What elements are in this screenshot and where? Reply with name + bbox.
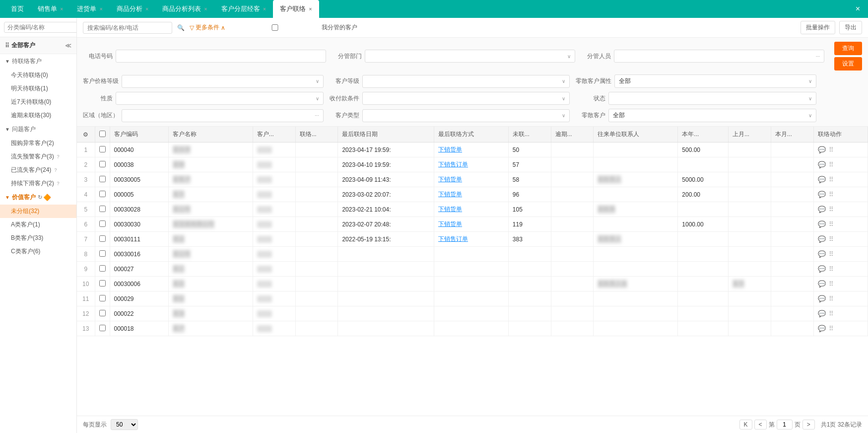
close-customer-segment-icon[interactable]: ×	[263, 6, 266, 12]
more-icon[interactable]: ⠿	[829, 250, 834, 258]
last-contact-way-link[interactable]: 下销货单	[438, 191, 462, 198]
contact-icon[interactable]: 💬	[818, 146, 826, 153]
search-icon-bar[interactable]: 🔍	[177, 24, 185, 31]
sidebar-item-type-c[interactable]: C类客户(6)	[0, 245, 76, 258]
last-contact-way-link[interactable]: 下销货单	[438, 220, 462, 227]
last-contact-way-link[interactable]: 下销货单	[438, 176, 462, 183]
sidebar-collapse-icon[interactable]: ≪	[65, 42, 71, 49]
window-close-button[interactable]: ×	[852, 4, 864, 13]
contact-icon[interactable]: 💬	[818, 280, 826, 288]
dept-select[interactable]: ∨	[365, 50, 575, 63]
close-product-analysis-icon[interactable]: ×	[145, 6, 148, 12]
row-checkbox[interactable]	[95, 321, 110, 336]
close-sales-order-icon[interactable]: ×	[60, 6, 63, 12]
sidebar-item-churn-warning[interactable]: 流失预警客户(3) ？	[0, 150, 76, 163]
row-checkbox[interactable]	[95, 202, 110, 217]
last-contact-way-link[interactable]: 下销货单	[438, 206, 462, 213]
contact-icon[interactable]: 💬	[818, 310, 826, 317]
row-select-checkbox[interactable]	[99, 220, 106, 227]
more-icon[interactable]: ⠿	[829, 265, 834, 273]
more-icon[interactable]: ⠿	[829, 295, 834, 302]
sidebar-item-declining[interactable]: 持续下滑客户(2) ？	[0, 177, 76, 190]
last-contact-way-link[interactable]: 下销售订单	[438, 235, 468, 242]
more-icon[interactable]: ⠿	[829, 176, 834, 183]
row-checkbox[interactable]	[95, 157, 110, 172]
row-select-checkbox[interactable]	[99, 146, 106, 152]
row-select-checkbox[interactable]	[99, 161, 106, 167]
nav-customer-segment[interactable]: 客户分层经客 ×	[214, 0, 273, 18]
reset-button[interactable]: 设置	[834, 57, 862, 71]
more-icon[interactable]: ⠿	[829, 220, 834, 228]
nav-home[interactable]: 首页	[4, 0, 31, 18]
sidebar-item-ungrouped[interactable]: 未分组(32)	[0, 205, 76, 218]
my-customers-checkbox-label[interactable]: 我分管的客户	[230, 23, 357, 32]
customer-type-select[interactable]: ∨	[362, 109, 570, 122]
contact-icon[interactable]: 💬	[818, 265, 826, 273]
row-select-checkbox[interactable]	[99, 295, 106, 301]
refresh-icon[interactable]: ↻	[38, 194, 42, 201]
row-select-checkbox[interactable]	[99, 265, 106, 272]
sidebar-group-problem-customers[interactable]: ▼ 问题客户	[0, 122, 76, 137]
more-icon[interactable]: ⠿	[829, 146, 834, 153]
contact-icon[interactable]: 💬	[818, 295, 826, 302]
row-checkbox[interactable]	[95, 291, 110, 306]
row-checkbox[interactable]	[95, 143, 110, 157]
sidebar-item-tomorrow-pending[interactable]: 明天待联络(1)	[0, 82, 76, 95]
search-input[interactable]	[83, 22, 172, 34]
nav-sales-order[interactable]: 销售单 ×	[31, 0, 70, 18]
nav-purchase-order[interactable]: 进货单 ×	[70, 0, 109, 18]
sidebar-group-value-customers[interactable]: ▼ 价值客户 ↻ 🔶	[0, 190, 76, 205]
row-select-checkbox[interactable]	[99, 176, 106, 182]
more-conditions-button[interactable]: ▽ 更多条件 ∧	[190, 23, 225, 32]
contact-icon[interactable]: 💬	[818, 161, 826, 168]
row-select-checkbox[interactable]	[99, 235, 106, 242]
phone-input[interactable]	[116, 50, 326, 63]
row-select-checkbox[interactable]	[99, 325, 106, 331]
sidebar-item-week-pending[interactable]: 近7天待联络(0)	[0, 95, 76, 109]
nature-select[interactable]: ∨	[116, 92, 324, 105]
close-customer-contact-icon[interactable]: ×	[309, 6, 312, 12]
prev-page-button[interactable]: <	[754, 420, 767, 430]
more-icon[interactable]: ⠿	[829, 191, 834, 198]
person-select[interactable]: ···	[614, 50, 824, 63]
payment-select[interactable]: ∨	[362, 92, 570, 105]
contact-icon[interactable]: 💬	[818, 176, 826, 183]
close-product-analysis-list-icon[interactable]: ×	[204, 6, 207, 12]
row-checkbox[interactable]	[95, 217, 110, 232]
query-button[interactable]: 查询	[834, 42, 862, 55]
contact-icon[interactable]: 💬	[818, 325, 826, 332]
nav-product-analysis[interactable]: 商品分析 ×	[110, 0, 155, 18]
col-checkbox[interactable]	[95, 127, 110, 143]
first-page-button[interactable]: K	[739, 420, 752, 430]
sidebar-item-type-a[interactable]: A类客户(1)	[0, 218, 76, 231]
row-checkbox[interactable]	[95, 277, 110, 291]
sidebar-item-churned[interactable]: 已流失客户(24) ？	[0, 163, 76, 177]
next-page-button[interactable]: >	[802, 420, 815, 430]
sidebar-item-hoarding-abnormal[interactable]: 囤购异常客户(2)	[0, 137, 76, 150]
page-input[interactable]	[777, 420, 793, 430]
sidebar-item-overdue-pending[interactable]: 逾期未联络(30)	[0, 109, 76, 122]
price-level-select[interactable]: ∨	[122, 75, 324, 88]
my-customers-checkbox[interactable]	[230, 24, 320, 31]
retail-customer-select[interactable]: 全部∨	[608, 109, 816, 122]
row-checkbox[interactable]	[95, 306, 110, 321]
more-icon[interactable]: ⠿	[829, 206, 834, 213]
row-select-checkbox[interactable]	[99, 310, 106, 316]
row-select-checkbox[interactable]	[99, 250, 106, 257]
more-icon[interactable]: ⠿	[829, 161, 834, 168]
nav-customer-contact[interactable]: 客户联络 ×	[273, 0, 319, 18]
more-icon[interactable]: ⠿	[829, 235, 834, 243]
last-contact-way-link[interactable]: 下销货单	[438, 146, 462, 153]
contact-icon[interactable]: 💬	[818, 250, 826, 258]
contact-icon[interactable]: 💬	[818, 206, 826, 213]
row-checkbox[interactable]	[95, 262, 110, 277]
retail-attr-select[interactable]: 全部∨	[614, 74, 816, 88]
sidebar-item-today-pending[interactable]: 今天待联络(0)	[0, 69, 76, 82]
batch-operation-button[interactable]: 批量操作	[801, 21, 835, 34]
more-icon[interactable]: ⠿	[829, 280, 834, 288]
status-select[interactable]: ∨	[608, 92, 816, 105]
row-checkbox[interactable]	[95, 172, 110, 187]
sidebar-group-pending-contact[interactable]: ▼ 待联络客户	[0, 54, 76, 69]
contact-icon[interactable]: 💬	[818, 235, 826, 243]
more-icon[interactable]: ⠿	[829, 310, 834, 317]
